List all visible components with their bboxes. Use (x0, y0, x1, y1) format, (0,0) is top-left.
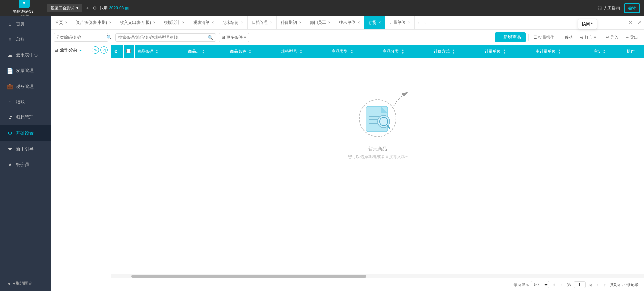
page-text-label: 第 (567, 282, 571, 288)
sidebar-item-ledger[interactable]: ≡ 总账 (0, 32, 51, 47)
first-page-button[interactable]: ⟪ (552, 281, 557, 288)
th-spec[interactable]: 规格型号 ▲▼ (278, 45, 329, 58)
tab-template[interactable]: 模版设计 ✕ (160, 16, 189, 30)
tab-template-label: 模版设计 (164, 20, 180, 26)
home-icon: ⌂ (7, 21, 13, 27)
category-edit-button[interactable]: ✎ (92, 46, 99, 54)
horizontal-scrollbar[interactable] (111, 274, 644, 278)
tab-next-button[interactable]: › (422, 16, 429, 30)
last-page-button[interactable]: ⟫ (602, 281, 607, 288)
add-tab-button[interactable]: + (86, 5, 89, 11)
th-barcode-label: 商品条码 (137, 49, 153, 54)
tab-subject-close[interactable]: ✕ (299, 21, 302, 25)
reports-icon: ☁ (7, 52, 13, 58)
account-button[interactable]: 会计 (624, 3, 640, 13)
print-icon: 🖨 (579, 35, 583, 40)
th-barcode[interactable]: 商品条码 ▲▼ (134, 45, 185, 58)
th-checkbox[interactable] (123, 45, 134, 58)
tab-expand-button[interactable]: ⤢ (635, 16, 644, 30)
tab-tax-return[interactable]: 税表清单 ✕ (189, 16, 218, 30)
th-name[interactable]: 商品名称 ▲▼ (227, 45, 278, 58)
th-price-method[interactable]: 计价方式 ▲▼ (431, 45, 482, 58)
tab-prev-button[interactable]: ‹ (415, 16, 422, 30)
tab-subject-init[interactable]: 科目期初 ✕ (277, 16, 306, 30)
th-unit[interactable]: 计量单位 ▲▼ (482, 45, 533, 58)
dropdown-icon: ▾ (76, 6, 78, 10)
filter-icon: ⊟ (222, 35, 225, 40)
category-search-input[interactable] (56, 35, 106, 40)
product-search-input[interactable] (118, 35, 206, 40)
product-search-icon: 🔍 (208, 35, 213, 40)
tab-contacts-close[interactable]: ✕ (357, 21, 360, 25)
period-selector[interactable]: 账期 2023-03 ▦ (100, 5, 129, 11)
scrollbar-thumb[interactable] (131, 275, 366, 278)
sidebar-label-settlement: 结账 (16, 99, 25, 105)
sidebar-item-settlement[interactable]: ○ 结账 (0, 94, 51, 110)
sidebar-item-home[interactable]: ⌂ 首页 (0, 16, 51, 32)
toolbar-separator-2 (601, 34, 601, 41)
tab-dept-staff[interactable]: 部门员工 ✕ (306, 16, 335, 30)
tab-tax-close[interactable]: ✕ (211, 21, 214, 25)
th-type[interactable]: 商品类型 ▲▼ (329, 45, 380, 58)
select-all-checkbox[interactable] (126, 49, 131, 53)
settings-button[interactable]: ⚙ (93, 5, 97, 11)
category-actions: ✎ ◁ (92, 46, 108, 54)
tab-units[interactable]: 计量单位 ✕ (385, 16, 415, 30)
tab-inventory[interactable]: 存货 ✕ (364, 16, 385, 30)
table-header-row: ⚙ 商品条码 ▲▼ 商品... (111, 45, 644, 58)
company-selector[interactable]: 基层工会测试 ▾ (47, 4, 82, 12)
period-value: 2023-03 (109, 6, 124, 10)
category-header: ⊞ 全部分类 ● ✎ ◁ (51, 44, 111, 56)
empty-state: 暂无商品 您可以选择新增,或者直接导入哦~ (111, 58, 644, 180)
tab-home[interactable]: 首页 ✕ (51, 16, 72, 30)
tab-units-close[interactable]: ✕ (408, 21, 410, 25)
move-icon: ↕ (561, 35, 563, 40)
tab-close-all-button[interactable]: ✕ (626, 16, 635, 30)
tab-inventory-close[interactable]: ✕ (378, 21, 381, 25)
print-button[interactable]: 🖨 打印 ▾ (577, 33, 598, 42)
tab-contacts[interactable]: 往来单位 ✕ (335, 16, 364, 30)
category-search-box[interactable]: 🔍 (54, 33, 108, 42)
sidebar-item-guide[interactable]: ★ 新手引导 (0, 141, 51, 157)
category-collapse-button[interactable]: ◁ (100, 46, 108, 54)
tab-home-close[interactable]: ✕ (65, 21, 68, 25)
page-number-input[interactable] (574, 281, 586, 288)
prev-page-button[interactable]: ⟨ (560, 281, 564, 288)
tab-template-close[interactable]: ✕ (182, 21, 185, 25)
filter-button[interactable]: ⊟ 更多条件 ▾ (219, 33, 249, 42)
sidebar-item-invoice[interactable]: 📄 发票管理 (0, 63, 51, 79)
move-button[interactable]: ↕ 移动 (559, 33, 575, 42)
batch-op-button[interactable]: ☰ 批量操作 (531, 33, 556, 42)
th-col3[interactable]: 主3 ▲▼ (591, 45, 624, 58)
product-search-box[interactable]: 🔍 (115, 33, 216, 42)
sidebar-pin-toggle[interactable]: ◄ ◄取消固定 (0, 276, 51, 291)
th-code[interactable]: 商品... ▲▼ (185, 45, 227, 58)
page-size-select[interactable]: 50 100 200 (531, 281, 549, 288)
export-button[interactable]: ↪ 导出 (623, 33, 640, 42)
tab-dept-close[interactable]: ✕ (328, 21, 331, 25)
next-page-button[interactable]: ⟩ (595, 281, 599, 288)
sidebar-item-member[interactable]: ∨ 畅会员 (0, 157, 51, 173)
tab-archive-mgmt[interactable]: 归档管理 ✕ (248, 16, 277, 30)
sidebar-item-basic[interactable]: ⚙ 基础设置 (0, 125, 51, 141)
sidebar-item-tax[interactable]: 💼 税务管理 (0, 79, 51, 94)
tab-income-close[interactable]: ✕ (153, 21, 156, 25)
service-button[interactable]: 🎧 人工咨询 (597, 5, 620, 11)
th-settings[interactable]: ⚙ (111, 45, 123, 58)
tab-balance-sheet[interactable]: 资产负债表(中期) ✕ (72, 16, 116, 30)
logo: ✦ 畅捷通好会计 旗舰版 (4, 0, 44, 18)
tab-income-report[interactable]: 收入支出表(年报) ✕ (116, 16, 160, 30)
tab-archive-close[interactable]: ✕ (270, 21, 272, 25)
tab-balance-close[interactable]: ✕ (109, 21, 112, 25)
tab-period-label: 期末结转 (222, 20, 238, 26)
tab-period-close[interactable]: ✕ (240, 21, 243, 25)
th-category[interactable]: 商品分类 ▲▼ (380, 45, 431, 58)
sidebar-item-reports[interactable]: ☁ 云报表中心 (0, 47, 51, 63)
top-right: 🎧 人工咨询 会计 (597, 3, 640, 13)
sidebar-item-archive[interactable]: 🗂 归档管理 (0, 110, 51, 125)
th-main-unit[interactable]: 主计量单位 ▲▼ (533, 45, 591, 58)
add-product-button[interactable]: + 新增商品 (495, 32, 526, 42)
import-button[interactable]: ↩ 导入 (604, 33, 621, 42)
tab-bar: 首页 ✕ 资产负债表(中期) ✕ 收入支出表(年报) ✕ 模版设计 ✕ 税表清单… (51, 16, 644, 30)
tab-period-end[interactable]: 期末结转 ✕ (218, 16, 248, 30)
